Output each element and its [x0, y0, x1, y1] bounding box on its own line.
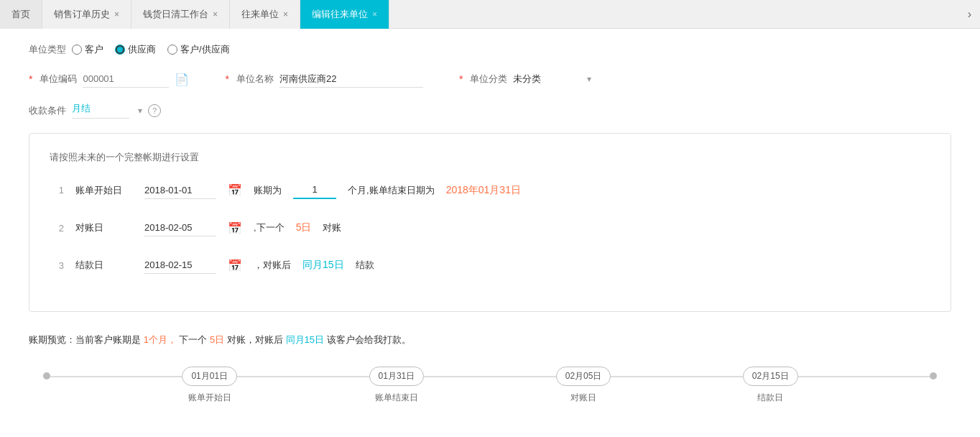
tab-edit-close-icon[interactable]: ×	[372, 9, 377, 19]
row-1-period-unit: 个月,账单结束日期为	[348, 184, 435, 197]
payment-terms-value[interactable]: 月结	[72, 102, 129, 119]
timeline-segment-4	[611, 367, 742, 377]
unit-code-group: * 单位编码 📄	[29, 70, 189, 88]
timeline-badge-3: 02月05日	[556, 367, 611, 386]
timeline-badge-1: 01月01日	[182, 367, 237, 386]
radio-supplier[interactable]: 供应商	[115, 43, 156, 56]
unit-name-input[interactable]	[279, 70, 423, 88]
tab-associated-units[interactable]: 往来单位 ×	[230, 0, 300, 29]
timeline-end-dot	[930, 372, 937, 380]
timeline-line-2	[237, 376, 369, 377]
settings-row-2: 2 对账日 📅 ,下一个 5日 对账	[50, 219, 930, 236]
unit-code-icon[interactable]: 📄	[175, 73, 189, 86]
timeline-line-3	[424, 376, 555, 377]
tab-sales-label: 销售订单历史	[54, 8, 110, 21]
timeline-node-2: 01月31日 账单结束日	[369, 367, 425, 404]
row-3-suffix-highlight: 同月15日	[302, 259, 344, 272]
row-1-period-input[interactable]	[293, 181, 336, 199]
preview-reconcile-prefix: 下一个	[179, 334, 207, 345]
tab-units-label: 往来单位	[241, 8, 279, 21]
row-2-date-input[interactable]	[144, 219, 216, 236]
preview-period: 1个月，	[144, 334, 177, 345]
tab-more-button[interactable]: ›	[959, 0, 980, 29]
row-2-field-label: 对账日	[75, 221, 133, 234]
radio-customer-input[interactable]	[72, 45, 82, 55]
row-2-calendar-icon[interactable]: 📅	[228, 221, 242, 235]
unit-code-label: 单位编码	[40, 73, 77, 86]
main-content: 单位类型 客户 供应商 客户/供应商 * 单位编码	[0, 29, 980, 437]
row-2-number: 2	[50, 223, 64, 234]
tab-cash-reconciliation[interactable]: 钱货日清工作台 ×	[131, 0, 230, 29]
timeline-node-3: 02月05日 对账日	[556, 367, 611, 404]
unit-class-group: * 单位分类 未分类 ▾	[459, 73, 657, 86]
row-1-calendar-icon[interactable]: 📅	[228, 183, 242, 197]
preview-section: 账期预览：当前客户账期是 1个月， 下一个 5日 对账，对账后 同月15日 该客…	[29, 326, 951, 346]
payment-terms-dropdown-icon[interactable]: ▾	[138, 106, 142, 116]
tab-home[interactable]: 首页	[0, 0, 42, 29]
tab-cash-close-icon[interactable]: ×	[213, 9, 218, 19]
unit-code-input[interactable]	[83, 70, 169, 88]
row-2-suffix-highlight: 5日	[296, 221, 312, 234]
radio-both-input[interactable]	[167, 45, 177, 55]
tab-sales-order-history[interactable]: 销售订单历史 ×	[42, 0, 131, 29]
unit-class-select[interactable]: 未分类 ▾	[513, 73, 657, 86]
timeline-segment-1	[50, 367, 182, 377]
timeline-label-2: 账单结束日	[375, 392, 418, 404]
row-3-calendar-icon[interactable]: 📅	[228, 259, 242, 272]
tab-bar: 首页 销售订单历史 × 钱货日清工作台 × 往来单位 × 编辑往来单位 × ›	[0, 0, 980, 29]
timeline-label-4: 结款日	[757, 392, 783, 404]
tab-edit-label: 编辑往来单位	[312, 8, 368, 21]
timeline-label-3: 对账日	[570, 392, 596, 404]
row-2-suffix-prefix: ,下一个	[254, 221, 285, 234]
row-3-date-input[interactable]	[144, 257, 216, 274]
timeline-segment-3	[424, 367, 555, 377]
radio-customer-label: 客户	[85, 43, 103, 56]
payment-terms-row: 收款条件 月结 ▾ ?	[29, 102, 951, 119]
tab-units-close-icon[interactable]: ×	[283, 9, 288, 19]
preview-reconcile-highlight: 5日	[210, 334, 224, 345]
timeline-badge-2: 01月31日	[369, 367, 425, 386]
settings-row-3: 3 结款日 📅 ，对账后 同月15日 结款	[50, 257, 930, 274]
radio-both[interactable]: 客户/供应商	[167, 43, 230, 56]
settings-box: 请按照未来的一个完整帐期进行设置 1 账单开始日 📅 账期为 个月,账单结束日期…	[29, 133, 951, 312]
radio-both-label: 客户/供应商	[180, 43, 230, 56]
unit-class-required: *	[459, 73, 463, 85]
row-2-suffix-text: 对账	[323, 221, 341, 234]
help-icon[interactable]: ?	[148, 104, 161, 117]
radio-supplier-input[interactable]	[115, 45, 125, 55]
tab-home-label: 首页	[11, 8, 30, 21]
row-3-number: 3	[50, 260, 64, 271]
row-1-date-input[interactable]	[144, 182, 216, 199]
row-3-suffix-prefix: ，对账后	[254, 259, 291, 272]
unit-name-label: 单位名称	[236, 73, 274, 86]
timeline-line-4	[611, 376, 742, 377]
row-1-end-date: 2018年01月31日	[446, 184, 521, 197]
payment-terms-group: 收款条件 月结 ▾ ?	[29, 102, 161, 119]
timeline-node-4: 02月15日 结款日	[743, 367, 798, 404]
preview-payment-suffix: 该客户会给我打款。	[327, 334, 411, 345]
tab-sales-close-icon[interactable]: ×	[114, 9, 119, 19]
unit-class-dropdown-icon[interactable]: ▾	[587, 74, 591, 84]
timeline-label-1: 账单开始日	[188, 392, 231, 404]
timeline-container: 01月01日 账单开始日 01月31日 账单结束日 02月05日 对账日 02月…	[29, 367, 951, 404]
row-1-number: 1	[50, 185, 64, 196]
row-3-field-label: 结款日	[75, 259, 133, 272]
unit-type-row: 单位类型 客户 供应商 客户/供应商	[29, 43, 951, 56]
unit-type-label: 单位类型	[29, 43, 66, 56]
timeline-badge-4: 02月15日	[743, 367, 798, 386]
tab-cash-label: 钱货日清工作台	[143, 8, 208, 21]
timeline-segment-end	[798, 367, 930, 377]
unit-name-required: *	[225, 73, 228, 85]
radio-customer[interactable]: 客户	[72, 43, 103, 56]
row-1-period-label: 账期为	[254, 184, 282, 197]
row-1-field-label: 账单开始日	[75, 184, 133, 197]
timeline-node-1: 01月01日 账单开始日	[182, 367, 237, 404]
preview-reconcile-suffix: 对账，对账后	[227, 334, 283, 345]
preview-payment-highlight: 同月15日	[286, 334, 324, 345]
radio-supplier-label: 供应商	[128, 43, 156, 56]
row-3-suffix-text: 结款	[356, 259, 374, 272]
timeline-line-end	[798, 376, 930, 377]
unit-class-label: 单位分类	[470, 73, 507, 86]
payment-terms-container: 月结 ▾	[72, 102, 142, 119]
tab-edit-associated-unit[interactable]: 编辑往来单位 ×	[300, 0, 389, 29]
